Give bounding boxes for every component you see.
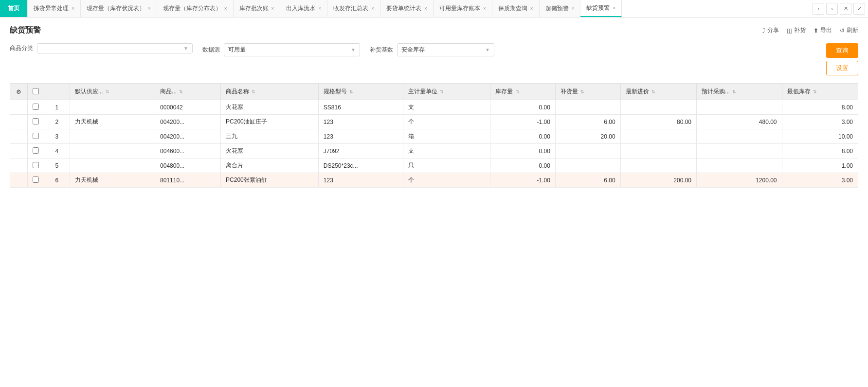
td-unit: 个 bbox=[403, 173, 490, 188]
tab-stock-status[interactable]: 现存量（库存状况表） × bbox=[81, 0, 157, 17]
tab-flow[interactable]: 出入库流水 × bbox=[280, 0, 327, 17]
tab-home[interactable]: 首页 bbox=[0, 0, 28, 17]
sort-icon: ⇅ bbox=[252, 89, 255, 94]
table-row: 5 004800... 离合片 DS250*23c... 只 0.00 1.00 bbox=[10, 158, 858, 173]
filter-actions: 查询 设置 bbox=[826, 43, 858, 75]
th-est-purchase[interactable]: 预计采购... ⇅ bbox=[697, 84, 782, 100]
row-checkbox[interactable] bbox=[33, 147, 39, 154]
td-latest-price bbox=[620, 100, 696, 115]
table-row: 4 004600... 火花塞 J7092 支 0.00 8.00 bbox=[10, 144, 858, 158]
tab-shortage-warning[interactable]: 缺货预警 × bbox=[580, 0, 622, 17]
td-stock: 0.00 bbox=[490, 144, 556, 158]
td-supplier bbox=[70, 144, 155, 158]
datasource-filter-group: 数据源 可用量 ▼ bbox=[202, 43, 360, 56]
category-select[interactable]: ▼ bbox=[37, 43, 193, 53]
sort-icon: ⇅ bbox=[651, 89, 655, 94]
th-replenish[interactable]: 补货量 ⇅ bbox=[555, 84, 620, 100]
th-num bbox=[44, 84, 70, 100]
th-latest-price[interactable]: 最新进价 ⇅ bbox=[620, 84, 696, 100]
td-row-num: 4 bbox=[44, 144, 70, 158]
td-product-name: 离合片 bbox=[221, 158, 319, 173]
th-unit[interactable]: 主计量单位 ⇅ bbox=[403, 84, 490, 100]
td-replenish: 6.00 bbox=[555, 173, 620, 188]
tab-available-stock[interactable]: 可用量库存账本 × bbox=[434, 0, 492, 17]
td-checkbox[interactable] bbox=[28, 100, 44, 115]
th-product-code[interactable]: 商品... ⇅ bbox=[155, 84, 221, 100]
close-icon[interactable]: × bbox=[271, 6, 274, 11]
td-product-code: 004600... bbox=[155, 144, 221, 158]
tab-prev-button[interactable]: ‹ bbox=[813, 3, 824, 15]
close-icon[interactable]: × bbox=[572, 6, 575, 11]
replenish-button[interactable]: ◫ 补货 bbox=[787, 26, 806, 35]
td-latest-price bbox=[620, 129, 696, 144]
tab-overstock-warning[interactable]: 超储预警 × bbox=[540, 0, 581, 17]
td-checkbox[interactable] bbox=[28, 129, 44, 144]
select-all-checkbox[interactable] bbox=[33, 88, 39, 94]
td-row-num: 6 bbox=[44, 173, 70, 188]
td-product-name: PC200油缸庄子 bbox=[221, 115, 319, 129]
settings-button[interactable]: 设置 bbox=[826, 61, 858, 75]
close-icon[interactable]: × bbox=[424, 6, 427, 11]
td-latest-price bbox=[620, 144, 696, 158]
tab-stock-distribution[interactable]: 现存量（库存分布表） × bbox=[157, 0, 234, 17]
tab-order-stats[interactable]: 要货单统计表 × bbox=[380, 0, 434, 17]
td-supplier bbox=[70, 158, 155, 173]
export-button[interactable]: ⬆ 导出 bbox=[814, 26, 832, 35]
td-min-stock: 8.00 bbox=[782, 144, 858, 158]
th-gear[interactable]: ⚙ bbox=[10, 84, 28, 100]
tab-batch-account[interactable]: 库存批次账 × bbox=[234, 0, 281, 17]
row-checkbox[interactable] bbox=[33, 118, 39, 124]
td-replenish bbox=[555, 158, 620, 173]
close-icon[interactable]: × bbox=[483, 6, 486, 11]
query-button[interactable]: 查询 bbox=[826, 43, 858, 58]
data-table: ⚙ 默认供应... ⇅ 商品... ⇅ 商品名称 ⇅ bbox=[10, 83, 858, 188]
close-icon[interactable]: × bbox=[224, 6, 227, 11]
td-checkbox[interactable] bbox=[28, 144, 44, 158]
close-icon[interactable]: × bbox=[318, 6, 321, 11]
close-icon[interactable]: × bbox=[530, 6, 533, 11]
td-unit: 支 bbox=[403, 100, 490, 115]
close-icon[interactable]: × bbox=[613, 5, 615, 11]
tab-summary[interactable]: 收发存汇总表 × bbox=[327, 0, 380, 17]
row-checkbox[interactable] bbox=[33, 162, 39, 168]
td-min-stock: 8.00 bbox=[782, 100, 858, 115]
th-supplier[interactable]: 默认供应... ⇅ bbox=[70, 84, 155, 100]
datasource-value: 可用量 bbox=[228, 46, 246, 54]
refresh-button[interactable]: ↺ 刷新 bbox=[840, 26, 858, 35]
td-product-code: 0000042 bbox=[155, 100, 221, 115]
th-checkbox[interactable] bbox=[28, 84, 44, 100]
td-replenish: 20.00 bbox=[555, 129, 620, 144]
tab-next-button[interactable]: › bbox=[826, 3, 838, 15]
td-checkbox[interactable] bbox=[28, 173, 44, 188]
td-min-stock: 3.00 bbox=[782, 115, 858, 129]
td-checkbox[interactable] bbox=[28, 158, 44, 173]
tab-picking-exception[interactable]: 拣货异常处理 × bbox=[28, 0, 81, 17]
td-latest-price: 80.00 bbox=[620, 115, 696, 129]
td-est-purchase bbox=[697, 129, 782, 144]
td-product-name: 火花塞 bbox=[221, 144, 319, 158]
share-button[interactable]: ⤴ 分享 bbox=[762, 26, 779, 35]
td-checkbox[interactable] bbox=[28, 115, 44, 129]
th-spec[interactable]: 规格型号 ⇅ bbox=[318, 84, 403, 100]
row-checkbox[interactable] bbox=[33, 133, 39, 139]
page-header: 缺货预警 ⤴ 分享 ◫ 补货 ⬆ 导出 ↺ 刷新 bbox=[10, 25, 858, 35]
tab-expand-button[interactable]: ⤢ bbox=[853, 3, 865, 15]
tab-expiry-query[interactable]: 保质期查询 × bbox=[492, 0, 540, 17]
close-icon[interactable]: × bbox=[72, 6, 74, 11]
export-icon: ⬆ bbox=[814, 27, 818, 34]
tab-close-button[interactable]: ✕ bbox=[840, 3, 851, 15]
th-product-name[interactable]: 商品名称 ⇅ bbox=[221, 84, 319, 100]
td-gear bbox=[10, 115, 28, 129]
row-checkbox[interactable] bbox=[33, 176, 39, 183]
close-icon[interactable]: × bbox=[148, 6, 151, 11]
replenish-base-select[interactable]: 安全库存 ▼ bbox=[397, 43, 494, 56]
datasource-label: 数据源 bbox=[202, 46, 220, 54]
close-icon[interactable]: × bbox=[371, 6, 374, 11]
datasource-select[interactable]: 可用量 ▼ bbox=[224, 43, 360, 56]
th-min-stock[interactable]: 最低库存 ⇅ bbox=[782, 84, 858, 100]
row-checkbox[interactable] bbox=[33, 104, 39, 110]
table-row: 3 004200... 三九 123 箱 0.00 20.00 10.00 bbox=[10, 129, 858, 144]
td-stock: 0.00 bbox=[490, 129, 556, 144]
replenish-base-value: 安全库存 bbox=[401, 46, 425, 54]
th-stock[interactable]: 库存量 ⇅ bbox=[490, 84, 556, 100]
